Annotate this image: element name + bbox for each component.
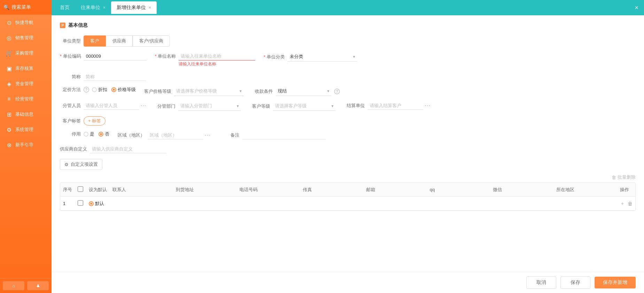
abbr-input[interactable] [84, 73, 146, 81]
search-menu-btn[interactable]: 🔍 搜索菜单 [3, 3, 48, 12]
tab-new-partner-close[interactable]: × [149, 5, 151, 10]
tab-new-partner-label: 新增往来单位 [117, 5, 146, 11]
cancel-button[interactable]: 取消 [526, 276, 556, 289]
th-email: 邮箱 [363, 183, 427, 197]
customer-level-select[interactable]: 请选择客户等级 ▾ [273, 101, 336, 111]
sidebar-item-purchase[interactable]: 🛒 采购管理 [0, 46, 52, 61]
td-area[interactable] [553, 197, 617, 211]
contact-input[interactable] [112, 201, 170, 206]
td-address[interactable] [173, 197, 236, 211]
region-more-btn[interactable]: ··· [205, 132, 210, 138]
default-circle [89, 201, 94, 206]
unit-code-input[interactable] [84, 52, 147, 60]
table-row: 1 默认 [60, 197, 635, 211]
td-qq[interactable] [427, 197, 490, 211]
td-checkbox [75, 197, 86, 211]
pricing-help-icon[interactable]: ? [84, 87, 89, 92]
row-checkbox[interactable] [78, 200, 83, 206]
purchase-icon: 🛒 [6, 50, 13, 57]
unit-category-select[interactable]: 未分类 ▾ [288, 52, 357, 62]
td-wechat[interactable] [490, 197, 553, 211]
payment-select[interactable]: 现结 ▾ [276, 87, 331, 96]
sidebar-home-btn[interactable]: ⌂ [3, 281, 24, 290]
unit-type-supplier-btn[interactable]: 供应商 [106, 35, 133, 47]
address-input[interactable] [176, 201, 234, 206]
settlement-input[interactable] [368, 101, 423, 110]
disable-no-radio[interactable]: 否 [99, 131, 109, 137]
th-phone: 电话号码 [237, 183, 300, 197]
supplier-custom-input[interactable] [90, 145, 166, 153]
table: 序号 设为默认 联系人 到货地址 电话号码 传真 邮箱 qq 微信 所在地区 操… [60, 183, 635, 211]
payment-value: 现结 [278, 88, 326, 94]
sidebar-item-sales[interactable]: ◎ 销售管理 [0, 30, 52, 46]
manager-row: 分管人员 ··· 分管部门 请输入分管部门 ▾ 客户等级 请选择客户等级 ▾ [60, 101, 636, 111]
sidebar-item-operation[interactable]: ≡ 经营管理 [0, 91, 52, 107]
remark-input[interactable] [242, 131, 326, 139]
sidebar-item-inventory[interactable]: ▣ 库存核算 [0, 61, 52, 76]
phone-input[interactable] [239, 201, 297, 206]
disable-no-circle [99, 132, 103, 137]
unit-name-input[interactable] [179, 52, 255, 60]
select-all-checkbox[interactable] [78, 186, 83, 192]
disable-row: 停用 是 否 区域（地区） [60, 131, 636, 139]
supplier-custom-group: 供应商自定义 [60, 145, 166, 153]
sidebar-user-btn[interactable]: ♟ [27, 281, 49, 290]
default-dot [90, 203, 92, 205]
tab-new-partner[interactable]: 新增往来单位 × [111, 1, 157, 14]
dept-select[interactable]: 请输入分管部门 ▾ [178, 101, 241, 111]
sidebar-item-finance[interactable]: ◈ 资金管理 [0, 76, 52, 91]
delete-row-btn[interactable]: 🗑 [628, 201, 633, 206]
disable-no-dot [100, 133, 102, 135]
manager-input[interactable] [84, 101, 139, 110]
unit-type-customer-btn[interactable]: 客户 [84, 35, 106, 47]
pricing-level-radio[interactable]: 价格等级 [111, 87, 136, 93]
th-address: 到货地址 [173, 183, 236, 197]
sidebar-search-area[interactable]: 🔍 搜索菜单 [0, 0, 52, 15]
area-input[interactable] [556, 201, 614, 206]
sidebar-item-label: 系统管理 [15, 127, 33, 133]
unit-name-label: 单位名称 [155, 53, 176, 59]
td-fax[interactable] [300, 197, 363, 211]
td-phone[interactable] [237, 197, 300, 211]
pricing-discount-label: 折扣 [98, 87, 107, 93]
td-email[interactable] [363, 197, 427, 211]
sidebar-item-basic[interactable]: ⊞ 基础信息 [0, 107, 52, 122]
td-contact[interactable] [110, 197, 173, 211]
tab-partners-close[interactable]: × [103, 5, 105, 10]
custom-settings-btn[interactable]: ⚙ 自定义项设置 [60, 159, 102, 170]
add-row-btn[interactable]: ＋ [620, 201, 625, 207]
form-content: P 基本信息 单位类型 客户 供应商 客户/供应商 单位编码 单位名称 [52, 15, 644, 272]
sidebar-item-system[interactable]: ⚙ 系统管理 [0, 122, 52, 137]
email-input[interactable] [366, 201, 424, 206]
payment-group: 收款条件 现结 ▾ ? [252, 87, 340, 96]
manager-more-btn[interactable]: ··· [141, 103, 146, 109]
tag-row: 客户标签 + 标签 [60, 116, 636, 125]
sidebar-item-quick-nav[interactable]: ⊙ 快捷导航 [0, 15, 52, 30]
add-tag-btn[interactable]: + 标签 [84, 116, 105, 125]
tab-home[interactable]: 首页 [54, 1, 75, 14]
tab-home-label: 首页 [60, 5, 70, 11]
payment-help-icon[interactable]: ? [334, 89, 340, 94]
batch-delete-btn[interactable]: 🗑 批量删除 [612, 174, 636, 180]
pricing-discount-radio[interactable]: 折扣 [92, 87, 107, 93]
tab-partners[interactable]: 往来单位 × [75, 1, 111, 14]
default-radio[interactable]: 默认 [89, 201, 107, 207]
unit-category-label: 单位分类 [264, 54, 285, 60]
sidebar-item-newbie[interactable]: ⊛ 新手引导 [0, 137, 52, 153]
basic-icon: ⊞ [6, 111, 13, 118]
settlement-more-btn[interactable]: ··· [425, 103, 430, 109]
unit-type-both-btn[interactable]: 客户/供应商 [133, 35, 170, 47]
tab-bar-close-btn[interactable]: × [632, 3, 641, 13]
customer-price-placeholder: 请选择客户价格等级 [176, 88, 238, 94]
save-button[interactable]: 保存 [560, 276, 590, 289]
save-new-button[interactable]: 保存并新增 [595, 277, 636, 288]
disable-yes-radio[interactable]: 是 [84, 131, 94, 137]
customer-price-select[interactable]: 请选择客户价格等级 ▾ [174, 87, 244, 96]
fax-input[interactable] [303, 201, 361, 206]
th-area: 所在地区 [553, 183, 617, 197]
custom-settings-icon: ⚙ [64, 162, 69, 167]
region-input[interactable] [148, 131, 203, 139]
region-group: 区域（地区） ··· [118, 131, 210, 139]
qq-input[interactable] [430, 201, 487, 206]
wechat-input[interactable] [493, 201, 551, 206]
